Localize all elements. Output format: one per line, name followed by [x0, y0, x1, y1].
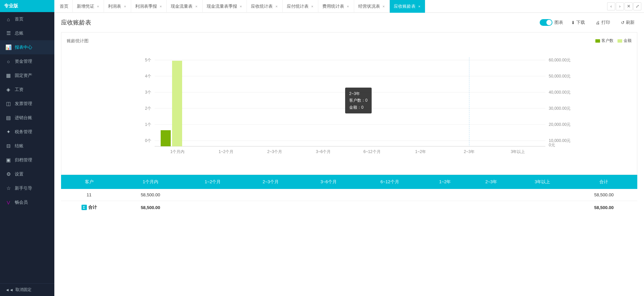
- svg-text:4个: 4个: [145, 74, 151, 79]
- sidebar-item-label: 资金管理: [15, 58, 32, 64]
- page-content: 应收账龄表 图表 ⬇ 下载 🖨 打印 ↺: [54, 13, 644, 296]
- sidebar-item-invoice[interactable]: ◫ 发票管理: [0, 97, 54, 111]
- data-table: 客户 1个月内 1~2个月 2~3个月 3~6个月 6~12个月 1~2年 2~…: [61, 175, 637, 214]
- sidebar-item-label: 畅会员: [15, 199, 28, 205]
- footer-m3-6: [300, 201, 358, 214]
- unpin-button[interactable]: ◄◄ 取消固定: [0, 283, 54, 296]
- sidebar-item-settings[interactable]: ⚙ 设置: [0, 167, 54, 181]
- tab-profit[interactable]: 利润表 ×: [104, 0, 131, 13]
- sidebar-item-label: 工资: [15, 87, 23, 93]
- bar-customer-1[interactable]: [161, 130, 171, 146]
- bar-amount-1[interactable]: [172, 61, 182, 146]
- sidebar-item-archive[interactable]: ▣ 归档管理: [0, 153, 54, 167]
- tab-close-all-button[interactable]: ✕: [625, 2, 633, 10]
- tab-expense-stats-label: 费用统计表: [322, 3, 344, 9]
- tab-operation-stats[interactable]: 经营状况表 ×: [354, 0, 390, 13]
- chart-svg-wrap: 5个 4个 3个 2个 1个 0个 60,000.00元 50,000.00元 …: [67, 47, 632, 169]
- tab-cashflow-close[interactable]: ×: [195, 4, 198, 8]
- print-icon: 🖨: [596, 20, 600, 25]
- svg-text:40,000.00元: 40,000.00元: [549, 90, 571, 95]
- tab-profit-quarterly-close[interactable]: ×: [159, 4, 162, 8]
- sidebar-item-tax[interactable]: ✦ 税务管理: [0, 125, 54, 139]
- sidebar-item-label: 税务管理: [15, 129, 32, 135]
- tab-home[interactable]: 首页: [56, 0, 73, 13]
- cell-customer: 11: [61, 189, 117, 201]
- cell-y1-2: [422, 189, 468, 201]
- legend-amount-label: 金额: [624, 38, 632, 44]
- col-header-total: 合计: [571, 175, 637, 189]
- chart-title: 账龄统计图: [67, 38, 632, 44]
- tab-cashflow-quarterly-close[interactable]: ×: [239, 4, 243, 8]
- sidebar-item-vip[interactable]: V 畅会员: [0, 195, 54, 209]
- tab-payable-stats-close[interactable]: ×: [311, 4, 314, 8]
- sidebar-item-label: 结账: [15, 143, 23, 149]
- sidebar-item-fixed-assets[interactable]: ▦ 固定资产: [0, 68, 54, 83]
- sidebar-item-reports[interactable]: 📊 报表中心: [0, 40, 54, 54]
- tab-receivable-stats[interactable]: 应收统计表 ×: [247, 0, 282, 13]
- cell-m1-2: [184, 189, 242, 201]
- svg-text:1个月内: 1个月内: [170, 149, 185, 154]
- salary-icon: ◈: [5, 87, 11, 93]
- tab-cashflow-quarterly-label: 现金流量表季报: [207, 3, 237, 9]
- sidebar-item-home[interactable]: ⌂ 首页: [0, 12, 54, 26]
- sidebar-item-closing[interactable]: ⊟ 结账: [0, 139, 54, 153]
- sidebar-item-label: 归档管理: [15, 157, 32, 163]
- svg-text:50,000.00元: 50,000.00元: [549, 74, 571, 79]
- tab-aging[interactable]: 应收账龄表 ×: [390, 0, 425, 13]
- table-footer-row: Σ 合计 58,500.00 58,500.00: [61, 201, 637, 214]
- svg-text:0个: 0个: [145, 138, 151, 143]
- tab-cashflow-label: 现金流量表: [171, 3, 193, 9]
- tab-new-voucher-label: 新增凭证: [77, 3, 94, 9]
- tab-new-voucher[interactable]: 新增凭证 ×: [73, 0, 104, 13]
- tab-aging-close[interactable]: ×: [418, 4, 421, 8]
- tab-cashflow[interactable]: 现金流量表 ×: [167, 0, 202, 13]
- svg-text:0元: 0元: [549, 143, 555, 147]
- tab-cashflow-quarterly[interactable]: 现金流量表季报 ×: [203, 0, 247, 13]
- sidebar-item-funds[interactable]: ○ 资金管理: [0, 54, 54, 68]
- tab-next-button[interactable]: ›: [616, 2, 624, 10]
- sidebar: 专业版 ⌂ 首页 ☰ 总账 📊 报表中心 ○ 资金管理 ▦ 固定资产 ◈ 工资 …: [0, 0, 54, 296]
- tab-new-voucher-close[interactable]: ×: [96, 4, 100, 8]
- sidebar-item-label: 发票管理: [15, 101, 32, 107]
- tab-operation-stats-close[interactable]: ×: [382, 4, 385, 8]
- cell-total: 58,500.00: [571, 189, 637, 201]
- download-button[interactable]: ⬇ 下载: [569, 18, 588, 27]
- tab-receivable-stats-label: 应收统计表: [251, 3, 273, 9]
- legend-customer-count: 客户数: [595, 38, 613, 44]
- cell-y2-3: [468, 189, 515, 201]
- col-header-customer: 客户: [61, 175, 117, 189]
- cell-m2-3: [242, 189, 300, 201]
- tab-payable-stats[interactable]: 应付统计表 ×: [283, 0, 318, 13]
- tab-profit-quarterly[interactable]: 利润表季报 ×: [131, 0, 167, 13]
- sidebar-item-guide[interactable]: ☆ 新手引导: [0, 181, 54, 195]
- print-button[interactable]: 🖨 打印: [593, 18, 613, 27]
- tab-profit-quarterly-label: 利润表季报: [135, 3, 157, 9]
- chart-legend: 客户数 金额: [595, 38, 632, 44]
- tab-expense-stats-close[interactable]: ×: [346, 4, 350, 8]
- purchase-sales-icon: ▤: [5, 115, 11, 121]
- sidebar-item-salary[interactable]: ◈ 工资: [0, 83, 54, 97]
- tab-prev-button[interactable]: ‹: [607, 2, 615, 10]
- total-icon: Σ: [82, 205, 87, 210]
- sidebar-item-purchase-sales[interactable]: ▤ 进销台账: [0, 111, 54, 125]
- toggle-label: 图表: [554, 19, 563, 26]
- tab-home-label: 首页: [60, 3, 68, 9]
- unpin-icon: ◄◄: [5, 288, 13, 292]
- footer-m2-3: [242, 201, 300, 214]
- table-row: 11 58,500.00 58,500.00: [61, 189, 637, 201]
- tab-profit-close[interactable]: ×: [123, 4, 126, 8]
- footer-y1-2: [422, 201, 468, 214]
- svg-text:3~6个月: 3~6个月: [316, 149, 331, 154]
- refresh-icon: ↺: [621, 20, 625, 25]
- main-content: 首页 新增凭证 × 利润表 × 利润表季报 × 现金流量表 × 现金流量表季报 …: [54, 0, 644, 296]
- legend-customer-label: 客户数: [601, 38, 613, 44]
- col-header-m6-12: 6~12个月: [358, 175, 422, 189]
- refresh-button[interactable]: ↺ 刷新: [618, 18, 637, 27]
- sidebar-item-ledger[interactable]: ☰ 总账: [0, 26, 54, 40]
- tab-receivable-stats-close[interactable]: ×: [275, 4, 278, 8]
- header-actions: 图表 ⬇ 下载 🖨 打印 ↺ 刷新: [540, 18, 637, 27]
- tab-expense-stats[interactable]: 费用统计表 ×: [318, 0, 354, 13]
- chart-toggle[interactable]: [540, 19, 552, 26]
- col-header-m1: 1个月内: [117, 175, 184, 189]
- tab-expand-button[interactable]: ⤢: [633, 2, 641, 10]
